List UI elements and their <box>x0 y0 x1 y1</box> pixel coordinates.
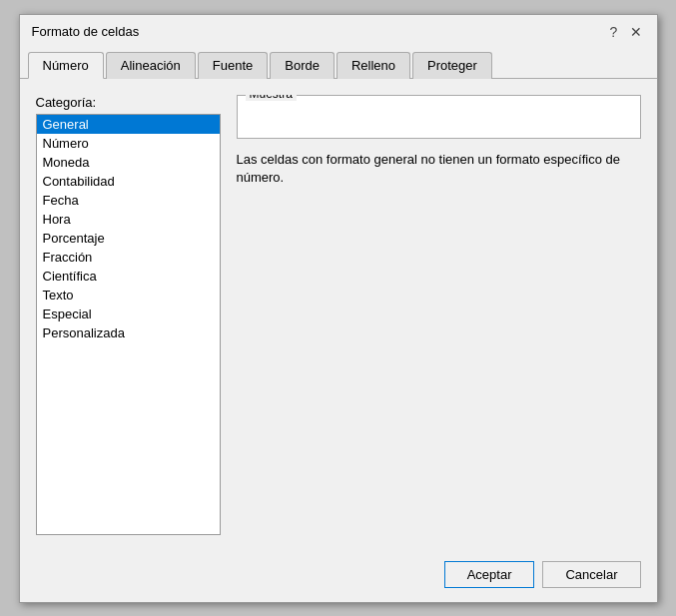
list-item-numero[interactable]: Número <box>37 134 220 153</box>
muestra-value <box>238 96 640 138</box>
tab-borde[interactable]: Borde <box>270 52 335 79</box>
category-listbox[interactable]: General Número Moneda Contabilidad Fecha… <box>36 114 221 535</box>
tab-alineacion[interactable]: Alineación <box>106 52 196 79</box>
dialog-body: Categoría: General Número Moneda Contabi… <box>20 79 657 551</box>
tab-relleno[interactable]: Relleno <box>337 52 410 79</box>
tab-proteger[interactable]: Proteger <box>412 52 492 79</box>
list-item-hora[interactable]: Hora <box>37 210 220 229</box>
list-item-porcentaje[interactable]: Porcentaje <box>37 229 220 248</box>
muestra-legend: Muestra <box>246 95 297 101</box>
ok-button[interactable]: Aceptar <box>444 561 535 588</box>
tabs-bar: Número Alineación Fuente Borde Relleno P… <box>20 47 657 79</box>
format-cells-dialog: Formato de celdas ? ✕ Número Alineación … <box>19 14 658 603</box>
list-item-fraccion[interactable]: Fracción <box>37 248 220 267</box>
list-item-especial[interactable]: Especial <box>37 305 220 323</box>
title-bar: Formato de celdas ? ✕ <box>20 15 657 47</box>
help-button[interactable]: ? <box>605 23 623 41</box>
list-item-texto[interactable]: Texto <box>37 286 220 305</box>
list-item-fecha[interactable]: Fecha <box>37 191 220 210</box>
dialog-footer: Aceptar Cancelar <box>20 551 657 602</box>
cancel-button[interactable]: Cancelar <box>542 561 640 588</box>
title-controls: ? ✕ <box>605 23 645 41</box>
list-item-contabilidad[interactable]: Contabilidad <box>37 172 220 191</box>
categoria-label: Categoría: <box>36 95 221 110</box>
content-area: Categoría: General Número Moneda Contabi… <box>36 95 641 535</box>
tab-numero[interactable]: Número <box>28 52 104 79</box>
muestra-group: Muestra <box>237 95 641 139</box>
description-text: Las celdas con formato general no tienen… <box>237 151 641 187</box>
list-item-general[interactable]: General <box>37 115 220 134</box>
tab-fuente[interactable]: Fuente <box>198 52 268 79</box>
list-item-personalizada[interactable]: Personalizada <box>37 323 220 342</box>
list-item-cientifica[interactable]: Científica <box>37 267 220 286</box>
right-panel: Muestra Las celdas con formato general n… <box>237 95 641 535</box>
list-item-moneda[interactable]: Moneda <box>37 153 220 172</box>
dialog-title: Formato de celdas <box>32 24 140 39</box>
close-button[interactable]: ✕ <box>627 23 645 41</box>
left-panel: Categoría: General Número Moneda Contabi… <box>36 95 221 535</box>
